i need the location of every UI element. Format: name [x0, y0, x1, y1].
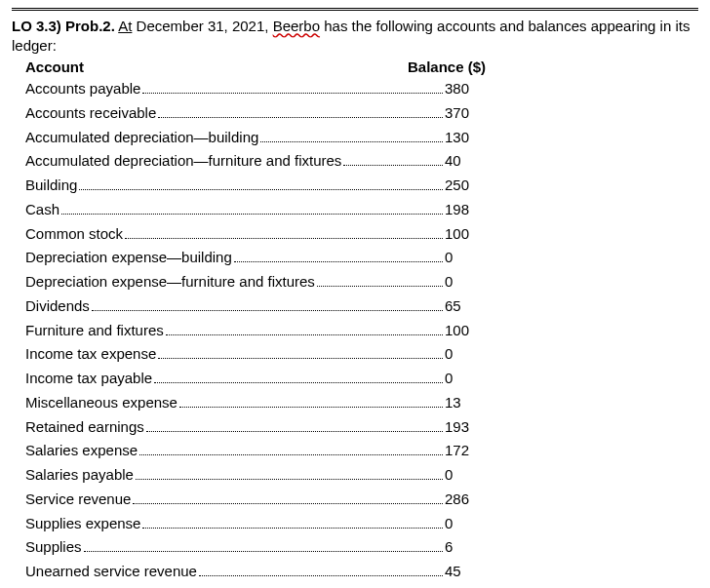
account-name: Depreciation expense—building	[25, 246, 232, 270]
account-name: Dividends	[25, 294, 90, 319]
leader-dots	[84, 539, 443, 553]
row-leader: Dividends	[25, 294, 445, 319]
account-balance: 0	[445, 270, 453, 294]
account-name: Retained earnings	[25, 415, 144, 440]
leader-dots	[179, 394, 443, 408]
account-name: Accounts payable	[25, 77, 140, 101]
leader-dots	[139, 443, 443, 456]
table-row: Accumulated depreciation—furniture and f…	[25, 149, 698, 174]
table-header: Account Balance ($)	[12, 59, 698, 75]
table-row: Depreciation expense—building0	[25, 246, 698, 270]
account-name: Service revenue	[25, 488, 131, 512]
account-balance: 65	[445, 294, 461, 319]
row-leader: Depreciation expense—building	[25, 246, 445, 270]
account-balance: 100	[445, 222, 469, 247]
account-name: Income tax payable	[25, 367, 152, 391]
account-balance: 130	[445, 126, 469, 150]
row-leader: Retained earnings	[25, 415, 445, 440]
table-row: Miscellaneous expense13	[25, 391, 698, 415]
leader-dots	[199, 564, 443, 577]
table-row: Dividends65	[25, 294, 698, 319]
accounts-list: Accounts payable380Accounts receivable37…	[12, 77, 698, 584]
table-row: Accounts receivable370	[25, 101, 698, 126]
account-balance: 380	[445, 77, 469, 101]
account-balance: 286	[445, 488, 469, 512]
table-row: Accumulated depreciation—building130	[25, 126, 698, 150]
row-leader: Salaries expense	[25, 439, 445, 463]
problem-label: LO 3.3) Prob.2.	[12, 18, 115, 34]
table-row: Service revenue286	[25, 488, 698, 512]
account-balance: 172	[445, 439, 469, 463]
leader-dots	[234, 250, 443, 263]
account-balance: 193	[445, 415, 469, 440]
account-name: Supplies expense	[25, 512, 140, 536]
account-name: Cash	[25, 198, 59, 222]
table-row: Unearned service revenue45	[25, 560, 698, 584]
column-header-balance: Balance ($)	[408, 59, 486, 75]
leader-dots	[125, 225, 443, 239]
row-leader: Accounts payable	[25, 77, 445, 101]
column-header-account: Account	[25, 59, 408, 75]
row-leader: Accumulated depreciation—furniture and f…	[25, 149, 445, 174]
row-leader: Salaries payable	[25, 463, 445, 488]
row-leader: Service revenue	[25, 488, 445, 512]
account-name: Income tax expense	[25, 342, 156, 367]
account-name: Salaries expense	[25, 439, 138, 463]
account-name: Building	[25, 174, 77, 198]
account-name: Salaries payable	[25, 463, 134, 488]
leader-dots	[142, 81, 443, 95]
account-balance: 45	[445, 560, 461, 584]
row-leader: Accounts receivable	[25, 101, 445, 126]
account-name: Supplies	[25, 535, 82, 560]
row-leader: Furniture and fixtures	[25, 319, 445, 343]
account-name: Depreciation expense—furniture and fixtu…	[25, 270, 315, 294]
account-balance: 0	[445, 342, 453, 367]
leader-dots	[92, 297, 443, 311]
heading-date-rest: December 31, 2021,	[132, 18, 272, 34]
leader-dots	[146, 418, 443, 432]
row-leader: Building	[25, 174, 445, 198]
account-balance: 370	[445, 101, 469, 126]
account-balance: 0	[445, 463, 453, 488]
row-leader: Unearned service revenue	[25, 560, 445, 584]
account-balance: 40	[445, 149, 461, 174]
leader-dots	[142, 515, 443, 529]
top-border-rule	[12, 8, 698, 11]
account-name: Common stock	[25, 222, 123, 247]
leader-dots	[317, 274, 443, 288]
account-name: Unearned service revenue	[25, 560, 197, 584]
table-row: Supplies6	[25, 535, 698, 560]
row-leader: Income tax expense	[25, 342, 445, 367]
leader-dots	[61, 201, 443, 215]
account-balance: 0	[445, 367, 453, 391]
table-row: Depreciation expense—furniture and fixtu…	[25, 270, 698, 294]
table-row: Retained earnings193	[25, 415, 698, 440]
leader-dots	[136, 467, 443, 481]
account-name: Accumulated depreciation—building	[25, 126, 258, 150]
leader-dots	[343, 153, 443, 167]
row-leader: Accumulated depreciation—building	[25, 126, 445, 150]
row-leader: Supplies expense	[25, 512, 445, 536]
row-leader: Miscellaneous expense	[25, 391, 445, 415]
leader-dots	[158, 104, 443, 118]
row-leader: Depreciation expense—furniture and fixtu…	[25, 270, 445, 294]
account-balance: 13	[445, 391, 461, 415]
account-name: Furniture and fixtures	[25, 319, 164, 343]
table-row: Salaries payable0	[25, 463, 698, 488]
table-row: Common stock100	[25, 222, 698, 247]
row-leader: Common stock	[25, 222, 445, 247]
table-row: Income tax expense0	[25, 342, 698, 367]
account-name: Accounts receivable	[25, 101, 156, 126]
account-name: Miscellaneous expense	[25, 391, 178, 415]
account-balance: 100	[445, 319, 469, 343]
heading-at-word: At	[118, 18, 132, 34]
row-leader: Income tax payable	[25, 367, 445, 391]
leader-dots	[154, 371, 443, 384]
table-row: Building250	[25, 174, 698, 198]
leader-dots	[79, 177, 443, 191]
account-name: Accumulated depreciation—furniture and f…	[25, 149, 341, 174]
table-row: Accounts payable380	[25, 77, 698, 101]
account-balance: 198	[445, 198, 469, 222]
problem-heading: LO 3.3) Prob.2. At December 31, 2021, Be…	[12, 17, 698, 55]
leader-dots	[158, 346, 443, 360]
